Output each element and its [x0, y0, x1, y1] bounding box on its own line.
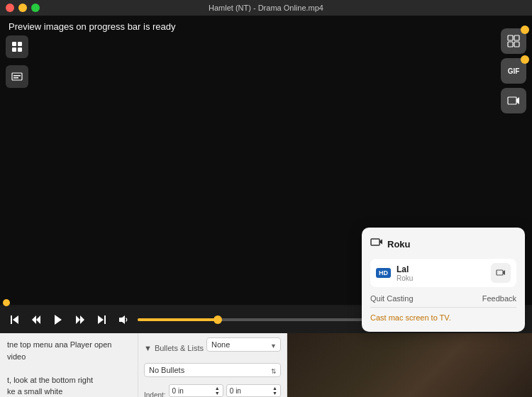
roku-quit-casting-button[interactable]: Quit Casting [370, 294, 414, 303]
progress-fill [138, 318, 218, 321]
indent-row: Indent: 0 in ▲ ▼ Bullet 0 in ▲ ▼ [144, 384, 281, 397]
roku-device-row[interactable]: HD Lal Roku [370, 259, 516, 287]
fast-forward-button[interactable] [72, 313, 88, 326]
svg-rect-2 [12, 47, 16, 52]
svg-rect-10 [514, 42, 519, 47]
svg-marker-15 [32, 315, 36, 324]
window-title: Hamlet (NT) - Drama Online.mp4 [209, 4, 323, 12]
minimize-button[interactable] [18, 4, 27, 12]
bullets-lists-panel: ▼ Bullets & Lists None ▼ No Bullets ⇅ In… [138, 333, 287, 397]
text-indent-arrows[interactable]: ▲ ▼ [272, 386, 277, 396]
svg-marker-16 [55, 315, 62, 325]
svg-marker-12 [13, 315, 18, 324]
roku-feedback-button[interactable]: Feedback [482, 294, 516, 303]
video-clip-button[interactable] [501, 88, 526, 113]
svg-rect-13 [11, 315, 12, 324]
bullet-indent-input[interactable]: 0 in ▲ ▼ [169, 384, 223, 397]
svg-rect-11 [508, 97, 516, 104]
progress-thumb[interactable] [214, 315, 222, 324]
bullets-label: Bullets & Lists [155, 344, 204, 352]
instructions-text: tne top menu ana Player open videot, loo… [7, 340, 111, 397]
svg-rect-8 [514, 35, 519, 40]
roku-actions-row: Quit Casting Feedback [370, 294, 516, 303]
thumbnails-button[interactable] [501, 28, 526, 54]
volume-button[interactable] [115, 313, 132, 327]
collapse-icon[interactable]: ▼ [144, 344, 152, 352]
thumbnails-badge [521, 26, 529, 34]
bullets-header: ▼ Bullets & Lists None ▼ [144, 337, 281, 359]
left-side-buttons [6, 35, 28, 88]
gif-label: GIF [508, 67, 520, 75]
video-progress-marker [3, 299, 10, 306]
roku-popup: Roku HD Lal Roku Quit Casting Feedback C… [362, 228, 525, 332]
roku-cast-icon [370, 236, 383, 252]
bottom-left-text: tne top menu ana Player open videot, loo… [0, 333, 138, 397]
svg-rect-7 [508, 35, 513, 40]
title-bar: Hamlet (NT) - Drama Online.mp4 [0, 0, 532, 16]
preview-status-text: Preview images on progress bar is ready [9, 21, 176, 32]
svg-rect-4 [12, 73, 22, 80]
svg-marker-14 [36, 315, 40, 324]
rewind-button[interactable] [28, 313, 44, 326]
play-button[interactable] [50, 313, 67, 327]
roku-device-name: Lal [397, 264, 485, 274]
svg-marker-17 [76, 315, 80, 324]
traffic-lights [6, 4, 40, 12]
svg-rect-20 [104, 315, 106, 324]
bullets-style-select[interactable]: No Bullets [144, 363, 281, 377]
svg-rect-9 [508, 42, 513, 47]
svg-rect-29 [371, 239, 379, 245]
svg-rect-3 [18, 47, 22, 52]
svg-rect-5 [13, 75, 21, 77]
bottom-panel: tne top menu ana Player open videot, loo… [0, 333, 532, 397]
gif-button[interactable]: GIF [501, 58, 526, 84]
indent-label: Indent: [144, 391, 166, 398]
video-thumbnail [287, 333, 532, 397]
svg-marker-19 [98, 315, 104, 324]
progress-bar[interactable] [138, 318, 370, 321]
bullets-style-container: No Bullets ⇅ [144, 363, 281, 380]
roku-device-info: Lal Roku [397, 264, 485, 282]
roku-hd-badge: HD [376, 268, 391, 278]
video-thumbnail-area [287, 333, 532, 397]
svg-marker-21 [119, 315, 125, 324]
chapters-button[interactable] [6, 35, 28, 58]
text-indent-field: 0 in ▲ ▼ Text [226, 384, 281, 397]
close-button[interactable] [6, 4, 14, 12]
bullet-indent-arrows[interactable]: ▲ ▼ [215, 386, 220, 396]
gif-badge [521, 55, 529, 64]
svg-rect-0 [12, 42, 16, 46]
svg-rect-6 [13, 77, 18, 79]
roku-title: Roku [387, 239, 411, 250]
roku-divider [370, 307, 516, 308]
svg-rect-30 [497, 270, 503, 275]
right-side-buttons: GIF [501, 28, 526, 113]
roku-device-type: Roku [397, 274, 485, 282]
roku-airplay-button[interactable] [491, 263, 511, 283]
roku-title-row: Roku [370, 236, 516, 252]
text-indent-input[interactable]: 0 in ▲ ▼ [226, 384, 281, 397]
bullet-indent-field: 0 in ▲ ▼ Bullet [169, 384, 223, 397]
skip-to-end-button[interactable] [94, 313, 109, 326]
subtitles-button[interactable] [6, 65, 28, 88]
bullets-type-select[interactable]: None [206, 337, 281, 352]
roku-cast-screen-link[interactable]: Cast mac screen to TV. [370, 313, 451, 322]
svg-rect-1 [18, 42, 22, 46]
maximize-button[interactable] [31, 4, 40, 12]
svg-marker-18 [80, 315, 84, 324]
skip-to-start-button[interactable] [7, 313, 23, 326]
